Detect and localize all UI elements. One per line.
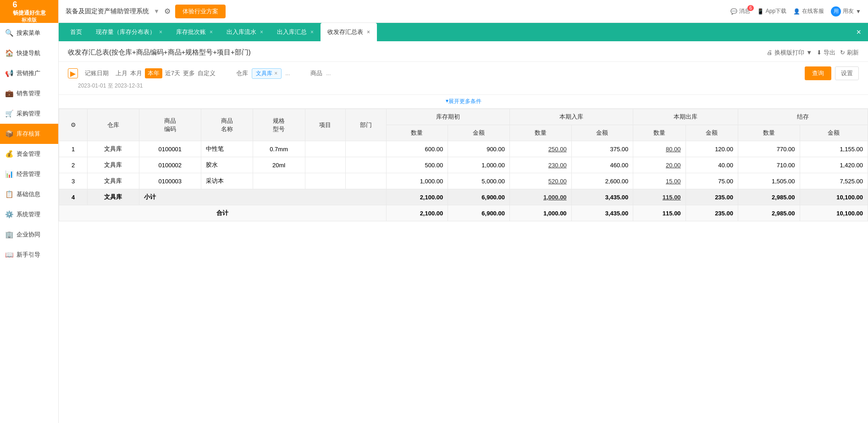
row1-out-amt: 120.00 xyxy=(686,141,738,157)
subtotal-close-qty: 2,985.00 xyxy=(738,189,800,205)
tab-inout-summary[interactable]: 出入库汇总 × xyxy=(270,23,321,41)
sidebar: 6 畅捷通好生意 标准版 🔍 搜索菜单 🏠 快捷导航 📢 营销推广 💼 销售管理… xyxy=(0,0,59,423)
trial-button[interactable]: 体验行业方案 xyxy=(175,5,226,18)
row2-spec: 20ml xyxy=(253,157,305,173)
th-in-amt: 金额 xyxy=(571,125,633,141)
date-option-custom[interactable]: 自定义 xyxy=(198,69,216,77)
refresh-icon: ↻ xyxy=(840,49,845,56)
filter-collapse-btn[interactable]: ▶ xyxy=(68,68,78,78)
date-option-thisyear[interactable]: 本年 xyxy=(145,68,162,78)
print-dropdown-icon: ▼ xyxy=(806,49,812,56)
sidebar-item-search[interactable]: 🔍 搜索菜单 xyxy=(0,23,58,43)
sidebar-item-sales[interactable]: 💼 销售管理 xyxy=(0,83,58,104)
total-close-amt: 10,100.00 xyxy=(800,205,868,221)
sidebar-item-finance[interactable]: 💰 资金管理 xyxy=(0,144,58,164)
filter-row: ▶ 记账日期 上月 本月 本年 近7天 更多 自定义 仓库 文具库 × ... xyxy=(68,66,859,80)
service-icon: 👤 xyxy=(793,8,800,15)
subtotal-out-qty[interactable]: 115.00 xyxy=(633,189,686,205)
row1-close-qty: 770.00 xyxy=(738,141,800,157)
tab-close-inventory-dist[interactable]: × xyxy=(159,29,162,35)
row1-in-qty[interactable]: 250.00 xyxy=(509,141,571,157)
finance-icon: 💰 xyxy=(5,149,14,159)
goods-more[interactable]: ... xyxy=(326,70,331,77)
warehouse-more[interactable]: ... xyxy=(285,70,290,77)
date-option-thismonth[interactable]: 本月 xyxy=(130,69,142,77)
row1-in-amt: 375.00 xyxy=(571,141,633,157)
print-btn[interactable]: 🖨 换横版打印 ▼ xyxy=(767,49,812,57)
subtotal-warehouse: 文具库 xyxy=(88,189,139,205)
th-spec: 规格型号 xyxy=(253,109,305,141)
th-open-qty: 数量 xyxy=(386,125,448,141)
date-option-more[interactable]: 更多 xyxy=(183,69,195,77)
tab-inventory-dist[interactable]: 现存量（库存分布表） × xyxy=(89,23,169,41)
sidebar-item-marketing[interactable]: 📢 营销推广 xyxy=(0,63,58,83)
row3-in-amt: 2,600.00 xyxy=(571,173,633,189)
tab-home[interactable]: 首页 xyxy=(63,23,89,41)
dropdown-icon[interactable]: ▼ xyxy=(154,8,160,15)
query-button[interactable]: 查询 xyxy=(805,66,831,80)
th-in-qty: 数量 xyxy=(509,125,571,141)
app-download-item[interactable]: 📱 App下载 xyxy=(757,7,786,15)
table-row: 3 文具库 0100003 采访本 1,000.00 5,000.00 520.… xyxy=(59,173,868,189)
sidebar-item-corp[interactable]: 🏢 企业协同 xyxy=(0,225,58,245)
top-header: 装备及固定资产辅助管理系统 ▼ ⚙ 体验行业方案 💬 消息 6 📱 App下载 … xyxy=(59,0,868,23)
sidebar-item-purchase[interactable]: 🛒 采购管理 xyxy=(0,104,58,124)
setting-button[interactable]: 设置 xyxy=(835,66,859,80)
row3-in-qty[interactable]: 520.00 xyxy=(509,173,571,189)
sidebar-item-newbie[interactable]: 📖 新手引导 xyxy=(0,245,58,265)
notification-icon: 💬 xyxy=(730,8,737,15)
expand-more-btn[interactable]: ▾ 展开更多条件 xyxy=(59,95,868,109)
row2-seq: 2 xyxy=(59,157,88,173)
tab-recv-send-summary[interactable]: 收发存汇总表 × xyxy=(321,23,377,41)
date-options: 上月 本月 本年 近7天 更多 自定义 xyxy=(116,68,216,78)
th-code: 商品编码 xyxy=(139,109,201,141)
sidebar-item-inventory[interactable]: 📦 库存核算 xyxy=(0,124,58,144)
sidebar-item-quick-nav[interactable]: 🏠 快捷导航 xyxy=(0,43,58,63)
sidebar-item-base[interactable]: 📋 基础信息 xyxy=(0,184,58,204)
subtotal-seq: 4 xyxy=(59,189,88,205)
row2-close-amt: 1,420.00 xyxy=(800,157,868,173)
print-icon: 🖨 xyxy=(767,49,773,56)
tab-close-batch[interactable]: × xyxy=(210,29,213,35)
user-avatar[interactable]: 用 用友 ▼ xyxy=(831,6,861,16)
row1-open-amt: 900.00 xyxy=(448,141,510,157)
row3-spec xyxy=(253,173,305,189)
tab-bar-close-btn[interactable]: × xyxy=(854,27,863,37)
row1-dept xyxy=(346,141,386,157)
date-option-lastmonth[interactable]: 上月 xyxy=(116,69,127,77)
table-wrapper: ⚙ 仓库 商品编码 商品名称 规格型号 项目 部门 库存期初 本期入库 本期出库… xyxy=(59,109,868,423)
row1-open-qty: 600.00 xyxy=(386,141,448,157)
refresh-btn[interactable]: ↻ 刷新 xyxy=(840,49,859,57)
tab-inout-flow[interactable]: 出入库流水 × xyxy=(220,23,270,41)
row3-out-amt: 75.00 xyxy=(686,173,738,189)
row1-out-qty[interactable]: 80.00 xyxy=(633,141,686,157)
th-close-amt: 金额 xyxy=(800,125,868,141)
sidebar-item-ops[interactable]: 📊 经营管理 xyxy=(0,164,58,184)
row2-in-qty[interactable]: 230.00 xyxy=(509,157,571,173)
tab-close-inout-flow[interactable]: × xyxy=(260,29,263,35)
tab-close-recv-send-summary[interactable]: × xyxy=(367,29,370,35)
gear-icon[interactable]: ⚙ xyxy=(164,7,171,16)
online-service-item[interactable]: 👤 在线客服 xyxy=(793,7,824,15)
row3-out-qty[interactable]: 15.00 xyxy=(633,173,686,189)
row2-close-qty: 710.00 xyxy=(738,157,800,173)
date-option-7days[interactable]: 近7天 xyxy=(165,69,180,77)
table-row: 1 文具库 0100001 中性笔 0.7mm 600.00 900.00 25… xyxy=(59,141,868,157)
th-closing: 结存 xyxy=(738,109,868,125)
page-title: 收发存汇总表(按仓库+商品编码+商品+规格型号+项目+部门) xyxy=(68,48,251,57)
tab-close-inout-summary[interactable]: × xyxy=(310,29,314,35)
subtotal-out-amt: 235.00 xyxy=(686,189,738,205)
tab-batch[interactable]: 库存批次账 × xyxy=(169,23,220,41)
system-icon: ⚙️ xyxy=(5,210,14,219)
th-settings[interactable]: ⚙ xyxy=(59,109,88,141)
notification-item[interactable]: 💬 消息 6 xyxy=(730,7,750,15)
sidebar-item-system[interactable]: ⚙️ 系统管理 xyxy=(0,204,58,225)
export-btn[interactable]: ⬇ 导出 xyxy=(817,49,835,57)
row1-close-amt: 1,155.00 xyxy=(800,141,868,157)
subtotal-open-qty: 2,100.00 xyxy=(386,189,448,205)
warehouse-tag-close[interactable]: × xyxy=(274,70,277,77)
subtotal-in-qty[interactable]: 1,000.00 xyxy=(509,189,571,205)
header-icons: 💬 消息 6 📱 App下载 👤 在线客服 用 用友 ▼ xyxy=(730,6,861,16)
row2-dept xyxy=(346,157,386,173)
row2-out-qty[interactable]: 20.00 xyxy=(633,157,686,173)
